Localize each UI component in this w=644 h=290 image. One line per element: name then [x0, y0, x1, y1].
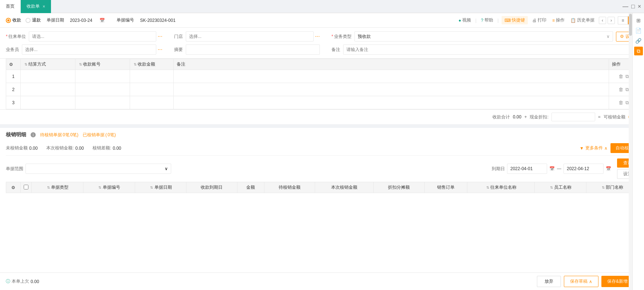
operate-icon: ≡ [552, 18, 555, 23]
minimize-icon[interactable]: — [623, 3, 628, 10]
row-1-settle[interactable] [21, 70, 75, 83]
help-btn[interactable]: ? 帮助 [479, 16, 495, 24]
row-3-remark[interactable] [174, 96, 609, 109]
radio-refund[interactable]: 退款 [25, 17, 41, 23]
total-value: 0.00 [513, 114, 521, 119]
list-view-btn[interactable]: ≡ [618, 16, 628, 24]
radio-receive[interactable]: 收款 [6, 17, 21, 23]
store-field: 门店 ··· [174, 31, 320, 42]
date-separator: — [557, 166, 561, 171]
video-btn[interactable]: ● 视频 [457, 16, 472, 24]
save-draft-arrow: ∧ [589, 279, 592, 284]
th-remark: 备注 [174, 59, 609, 70]
more-conditions-label: 更多条件 [585, 145, 603, 151]
close-window-icon[interactable]: × [638, 3, 641, 10]
unverified-stat: 未核销金额 0.00 [6, 145, 38, 151]
row-2-settle[interactable] [21, 83, 75, 96]
row-3-settle[interactable] [21, 96, 75, 109]
sidebar-doc-icon[interactable]: 📄 [634, 26, 643, 35]
sort-icon-party: ⇅ [486, 185, 489, 189]
scrollbar-thumb[interactable] [629, 14, 632, 36]
unverified-label: 未核销金额 [6, 145, 28, 151]
row-1-account[interactable] [75, 70, 130, 83]
range-select[interactable]: ∨ [25, 164, 171, 174]
maximize-icon[interactable]: □ [631, 3, 635, 10]
discard-btn[interactable]: 放弃 [537, 276, 561, 287]
btable-gear-icon: ⚙ [11, 185, 15, 190]
writeoff-info-icon[interactable]: i [31, 132, 36, 137]
eq-sign: = [598, 114, 601, 119]
nav-arrows: ‹ › [599, 17, 615, 24]
row-3-delete-icon[interactable]: 🗑 [619, 100, 623, 105]
store-input[interactable] [186, 31, 314, 42]
calendar-from-icon[interactable]: 📅 [549, 166, 555, 171]
th-gear[interactable]: ⚙ [6, 59, 21, 70]
sidebar-attach-icon[interactable]: 🔗 [634, 36, 643, 45]
biz-type-select[interactable]: 预收款 ∨ [354, 31, 613, 42]
footer-info-icon[interactable]: ⓘ [6, 278, 10, 285]
row-3-amount[interactable] [130, 96, 174, 109]
next-arrow[interactable]: › [608, 17, 615, 24]
row-2-index: 2 [6, 83, 21, 96]
select-all-checkbox[interactable] [24, 185, 28, 189]
row-2-remark[interactable] [174, 83, 609, 96]
shortcut-btn[interactable]: ⌨ 快捷键 [502, 16, 528, 24]
help-label: 帮助 [484, 17, 493, 23]
calendar-icon[interactable]: 📅 [99, 18, 105, 23]
row-3-account[interactable] [75, 96, 130, 109]
th-amount: ⇅ 收款金额 [130, 59, 174, 70]
current-value: 0.00 [75, 146, 84, 151]
summary-input[interactable] [186, 44, 320, 55]
table-row: 1 🗑 ⧉ [6, 70, 638, 83]
row-2-copy-icon[interactable]: ⧉ [625, 87, 629, 93]
print-btn[interactable]: 🖨 打印 [531, 16, 548, 24]
row-2-delete-icon[interactable]: 🗑 [619, 87, 623, 92]
pending-tab-link[interactable]: 待核销单据 0笔 0笔) [40, 132, 78, 138]
tab-bar: 首页 收款单 × — □ × [0, 0, 644, 13]
sort-icon-date: ⇅ [150, 185, 153, 189]
date-from-input[interactable] [507, 164, 547, 174]
right-sidebar: ⊞ 📄 🔗 ⧉ [632, 13, 644, 290]
summary-row: 收款合计 0.00 + 现金折扣: = 可核销金额 0.00 [0, 109, 644, 124]
salesperson-input[interactable] [22, 44, 156, 55]
bth-gear[interactable]: ⚙ [6, 182, 21, 193]
date-to-input[interactable] [564, 164, 604, 174]
bth-checkbox[interactable] [21, 182, 32, 193]
operate-btn[interactable]: ≡ 操作 [551, 16, 566, 24]
pending-count-val: 0笔) [70, 132, 79, 138]
more-conditions-btn[interactable]: ▼ 更多条件 ∧ [580, 145, 608, 151]
bth-current: 本次核销金额 [315, 182, 374, 193]
doc-no-label: 单据编号 [117, 17, 134, 23]
row-1-delete-icon[interactable]: 🗑 [619, 74, 623, 79]
tab-receipt[interactable]: 收款单 × [21, 0, 51, 13]
history-btn[interactable]: 📋 历史单据 [569, 16, 596, 24]
up-arrow-icon: ∧ [604, 146, 608, 151]
diff-stat: 核销差额: 0.00 [93, 145, 121, 151]
row-2-account[interactable] [75, 83, 130, 96]
calendar-to-icon[interactable]: 📅 [606, 166, 611, 171]
biz-type-label: 业务类型 [331, 34, 352, 40]
party-input[interactable] [29, 31, 156, 42]
row-1-amount[interactable] [130, 70, 174, 83]
prev-arrow[interactable]: ‹ [599, 17, 606, 24]
save-draft-btn[interactable]: 保存草稿 ∧ [564, 276, 598, 287]
store-more-icon[interactable]: ··· [315, 33, 320, 40]
footer-label: 本单上欠 [12, 278, 29, 285]
discount-input[interactable] [551, 113, 595, 121]
remark-input[interactable] [343, 44, 638, 55]
tab-bar-right: — □ × [623, 3, 644, 10]
sidebar-active-icon[interactable]: ⧉ [634, 47, 643, 55]
row-1-remark[interactable] [174, 70, 609, 83]
radio-group: 收款 退款 [6, 17, 41, 23]
row-1-copy-icon[interactable]: ⧉ [625, 74, 629, 79]
salesperson-more-icon[interactable]: ··· [158, 46, 162, 53]
row-3-copy-icon[interactable]: ⧉ [625, 100, 629, 106]
row-2-amount[interactable] [130, 83, 174, 96]
tab-close-icon[interactable]: × [43, 4, 45, 9]
biz-type-value: 预收款 [358, 34, 371, 40]
done-tab-link[interactable]: 已核销单据 ( 0笔) [83, 132, 116, 138]
party-more-icon[interactable]: ··· [158, 33, 162, 40]
sidebar-table-icon[interactable]: ⊞ [634, 16, 643, 25]
tab-home[interactable]: 首页 [0, 0, 21, 13]
radio-receive-label: 收款 [12, 17, 21, 23]
